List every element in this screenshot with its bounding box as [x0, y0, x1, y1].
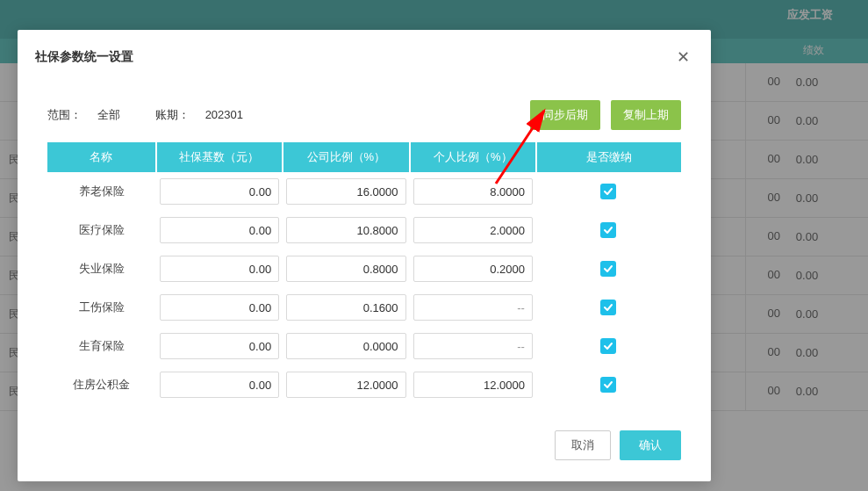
insurance-table: 名称 社保基数（元） 公司比例（%） 个人比例（%） 是否缴纳 养老保险医疗保险… — [47, 142, 681, 404]
table-row: 医疗保险 — [47, 211, 681, 249]
check-icon — [603, 341, 613, 351]
social-insurance-settings-modal: 社保参数统一设置 ✕ 范围：全部 账期：202301 同步后期 复制上期 名称 … — [18, 30, 711, 481]
personal-rate-input[interactable] — [413, 294, 533, 321]
modal-top-row: 范围：全部 账期：202301 同步后期 复制上期 — [47, 100, 681, 130]
base-input[interactable] — [160, 178, 279, 205]
row-name: 养老保险 — [47, 172, 156, 211]
th-company: 公司比例（%） — [283, 142, 409, 172]
confirm-button[interactable]: 确认 — [620, 430, 681, 460]
sync-later-button[interactable]: 同步后期 — [530, 100, 600, 130]
modal-info: 范围：全部 账期：202301 — [47, 107, 275, 123]
table-row: 工伤保险 — [47, 288, 681, 327]
pay-checkbox[interactable] — [600, 261, 616, 277]
modal-footer: 取消 确认 — [47, 430, 681, 460]
th-base: 社保基数（元） — [156, 142, 283, 172]
table-row: 失业保险 — [47, 249, 681, 288]
th-personal: 个人比例（%） — [410, 142, 536, 172]
row-name: 工伤保险 — [47, 288, 156, 327]
base-input[interactable] — [160, 372, 279, 398]
copy-prev-button[interactable]: 复制上期 — [611, 100, 681, 130]
cancel-button[interactable]: 取消 — [555, 430, 611, 460]
personal-rate-input[interactable] — [413, 372, 533, 398]
company-rate-input[interactable] — [286, 217, 405, 243]
close-button[interactable]: ✕ — [673, 46, 693, 69]
row-name: 失业保险 — [47, 249, 156, 288]
table-row: 养老保险 — [47, 172, 681, 211]
check-icon — [603, 379, 613, 390]
base-input[interactable] — [160, 333, 279, 359]
personal-rate-input[interactable] — [413, 256, 533, 282]
modal-body: 范围：全部 账期：202301 同步后期 复制上期 名称 社保基数（元） 公司比… — [18, 100, 711, 460]
pay-checkbox[interactable] — [600, 184, 616, 199]
personal-rate-input[interactable] — [413, 217, 533, 243]
pay-checkbox[interactable] — [600, 300, 616, 315]
modal-title: 社保参数统一设置 — [35, 49, 133, 65]
row-name: 医疗保险 — [47, 211, 156, 249]
check-icon — [603, 302, 613, 313]
base-input[interactable] — [160, 217, 279, 243]
row-name: 生育保险 — [47, 327, 156, 365]
company-rate-input[interactable] — [286, 333, 405, 359]
range-info: 范围：全部 — [47, 108, 136, 121]
pay-checkbox[interactable] — [600, 377, 616, 393]
row-name: 住房公积金 — [47, 365, 156, 404]
th-name: 名称 — [47, 142, 156, 172]
company-rate-input[interactable] — [286, 178, 405, 205]
base-input[interactable] — [160, 294, 279, 321]
close-icon: ✕ — [677, 48, 690, 66]
base-input[interactable] — [160, 256, 279, 282]
table-row: 住房公积金 — [47, 365, 681, 404]
th-pay: 是否缴纳 — [536, 142, 681, 172]
check-icon — [603, 264, 613, 274]
period-info: 账期：202301 — [155, 108, 259, 121]
personal-rate-input[interactable] — [413, 178, 533, 205]
pay-checkbox[interactable] — [600, 222, 616, 238]
company-rate-input[interactable] — [286, 256, 405, 282]
check-icon — [603, 225, 613, 235]
company-rate-input[interactable] — [286, 372, 405, 398]
top-buttons: 同步后期 复制上期 — [523, 100, 681, 130]
personal-rate-input[interactable] — [413, 333, 533, 359]
company-rate-input[interactable] — [286, 294, 405, 321]
table-row: 生育保险 — [47, 327, 681, 365]
modal-header: 社保参数统一设置 ✕ — [18, 30, 711, 81]
pay-checkbox[interactable] — [600, 338, 616, 354]
check-icon — [603, 186, 613, 197]
